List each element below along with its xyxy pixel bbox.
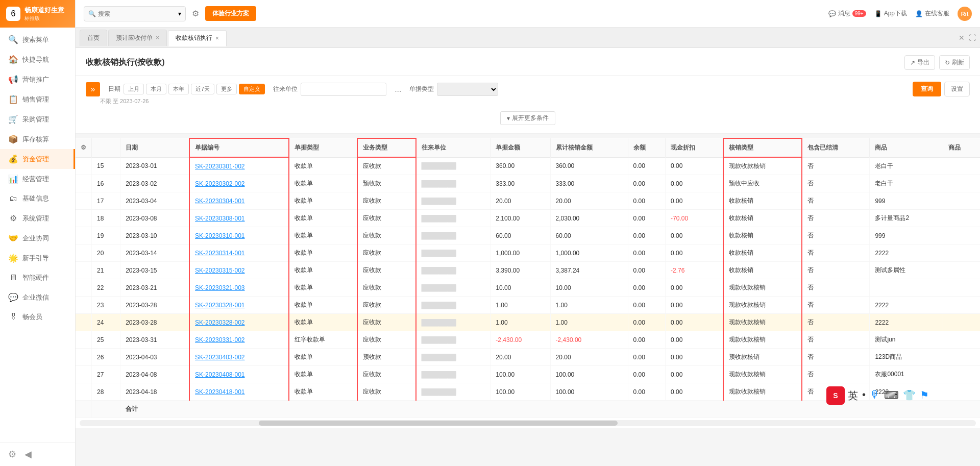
sidebar-item-hardware[interactable]: 🖥智能硬件	[0, 268, 75, 287]
row-order-no[interactable]: SK-20230314-001	[189, 244, 289, 262]
export-button[interactable]: ↗ 导出	[904, 55, 935, 70]
row-order-no[interactable]: SK-20230418-001	[189, 383, 289, 401]
row-order-no[interactable]: SK-20230321-003	[189, 279, 289, 297]
topbar-search[interactable]: 🔍 ▾	[84, 6, 186, 21]
row-order-no[interactable]: SK-20230310-001	[189, 227, 289, 244]
sidebar-item-inventory[interactable]: 📦库存核算	[0, 129, 75, 149]
sidebar-item-member[interactable]: 🎖畅会员	[0, 307, 75, 327]
sidebar-collapse-icon[interactable]: ◀	[24, 449, 32, 460]
row-balance: 0.00	[628, 297, 666, 314]
row-order-no[interactable]: SK-20230328-002	[189, 314, 289, 331]
sidebar-item-sales[interactable]: 📋销售管理	[0, 89, 75, 109]
sidebar-item-wechat[interactable]: 💬企业微信	[0, 287, 75, 307]
tab-collection-close[interactable]: ×	[215, 35, 219, 42]
filter-toggle-btn[interactable]: »	[86, 82, 100, 96]
table-row[interactable]: 23 2023-03-28 SK-20230328-001 收款单 应收款 ██…	[76, 297, 980, 314]
expand-more-btn[interactable]: ▾ 展开更多条件	[500, 111, 555, 125]
row-biz-type: 应收款	[357, 314, 415, 331]
row-seq: 28	[92, 383, 120, 401]
refresh-button[interactable]: ↻ 刷新	[939, 55, 970, 70]
row-order-no[interactable]: SK-20230315-002	[189, 262, 289, 279]
date-btn-7days[interactable]: 近7天	[191, 84, 214, 94]
row-order-no[interactable]: SK-20230328-001	[189, 297, 289, 314]
row-order-no[interactable]: SK-20230331-002	[189, 331, 289, 349]
sidebar-item-purchase[interactable]: 🛒采购管理	[0, 109, 75, 129]
sidebar-item-search[interactable]: 🔍搜索菜单	[0, 30, 75, 50]
topbar-settings-icon[interactable]: ⚙	[192, 9, 199, 18]
sidebar-settings-icon[interactable]: ⚙	[8, 449, 16, 460]
filter-settings-button[interactable]: 设置	[944, 82, 970, 96]
date-btn-custom[interactable]: 自定义	[239, 84, 265, 94]
search-input[interactable]	[98, 10, 176, 17]
table-row[interactable]: 25 2023-03-31 SK-20230331-002 红字收款单 应收款 …	[76, 331, 980, 349]
row-order-no[interactable]: SK-20230403-002	[189, 349, 289, 366]
row-verify-type: 现款收款核销	[723, 366, 802, 383]
user-avatar[interactable]: Rit	[958, 7, 972, 21]
table-row[interactable]: 17 2023-03-04 SK-20230304-001 收款单 应收款 ██…	[76, 192, 980, 210]
filter-partner-input[interactable]	[301, 83, 386, 96]
table-row[interactable]: 15 2023-03-01 SK-20230301-002 收款单 应收款 ██…	[76, 157, 980, 175]
sidebar-label-system: 系统管理	[22, 214, 49, 223]
sidebar-item-corp[interactable]: 🤝企业协同	[0, 228, 75, 248]
sidebar-item-base[interactable]: 🗂基础信息	[0, 189, 75, 208]
col-header-partner: 往来单位	[416, 138, 491, 157]
solution-button[interactable]: 体验行业方案	[205, 6, 256, 21]
row-include-settled: 否	[802, 279, 870, 297]
table-row[interactable]: 26 2023-04-03 SK-20230403-002 收款单 预收款 ██…	[76, 349, 980, 366]
row-balance: 0.00	[628, 244, 666, 262]
row-partner: ████████	[416, 331, 491, 349]
row-goods: 2222	[870, 297, 943, 314]
app-download-item[interactable]: 📱 App下载	[874, 9, 907, 18]
table-row[interactable]: 20 2023-03-14 SK-20230314-001 收款单 应收款 ██…	[76, 244, 980, 262]
row-order-no[interactable]: SK-20230408-001	[189, 366, 289, 383]
table-row[interactable]: 22 2023-03-21 SK-20230321-003 收款单 应收款 ██…	[76, 279, 980, 297]
date-btn-last-month[interactable]: 上月	[124, 84, 144, 94]
row-order-no[interactable]: SK-20230301-002	[189, 157, 289, 175]
horizontal-scrollbar[interactable]	[80, 420, 976, 426]
row-date: 2023-03-28	[120, 314, 189, 331]
scrollbar-thumb[interactable]	[259, 421, 617, 426]
tab-receivable[interactable]: 预计应收付单 ×	[108, 30, 167, 46]
query-button[interactable]: 查询	[913, 82, 941, 96]
row-order-no[interactable]: SK-20230302-002	[189, 175, 289, 192]
row-amount: 1.00	[491, 297, 550, 314]
notification-item[interactable]: 💬 消息 99+	[828, 9, 866, 18]
sidebar-item-marketing[interactable]: 📢营销推广	[0, 69, 75, 89]
row-amount: 60.00	[491, 227, 550, 244]
date-btn-this-month[interactable]: 本月	[146, 84, 166, 94]
sidebar-item-system[interactable]: ⚙系统管理	[0, 208, 75, 228]
table-row[interactable]: 27 2023-04-08 SK-20230408-001 收款单 应收款 ██…	[76, 366, 980, 383]
filter-dots[interactable]: ...	[395, 85, 401, 94]
tab-receivable-close[interactable]: ×	[156, 34, 159, 41]
online-service-item[interactable]: 👤 在线客服	[915, 9, 949, 18]
tab-collection[interactable]: 收款核销执行 ×	[168, 30, 227, 46]
sidebar-item-guide[interactable]: 🌟新手引导	[0, 248, 75, 268]
tab-home-label: 首页	[87, 34, 100, 42]
row-discount: 0.00	[666, 349, 724, 366]
row-order-no[interactable]: SK-20230308-001	[189, 210, 289, 227]
window-maximize-icon[interactable]: ⛶	[969, 34, 976, 42]
table-row[interactable]: 19 2023-03-10 SK-20230310-001 收款单 应收款 ██…	[76, 227, 980, 244]
date-btn-this-year[interactable]: 本年	[168, 84, 189, 94]
tab-home[interactable]: 首页	[80, 30, 107, 46]
row-goods2	[943, 244, 980, 262]
sidebar-item-operations[interactable]: 📊经营管理	[0, 169, 75, 189]
window-close-icon[interactable]: ✕	[959, 34, 965, 42]
row-discount: 0.00	[666, 314, 724, 331]
row-order-no[interactable]: SK-20230304-001	[189, 192, 289, 210]
sidebar-item-quicknav[interactable]: 🏠快捷导航	[0, 50, 75, 69]
watermark-overlay: S 英 • 🎙 ⌨ 👕 ⚑	[826, 386, 929, 405]
col-header-settings[interactable]: ⚙	[76, 138, 92, 157]
quicknav-icon: 🏠	[8, 55, 18, 64]
table-row[interactable]: 18 2023-03-08 SK-20230308-001 收款单 应收款 ██…	[76, 210, 980, 227]
row-settings	[76, 349, 92, 366]
table-row[interactable]: 21 2023-03-15 SK-20230315-002 收款单 应收款 ██…	[76, 262, 980, 279]
row-biz-type: 应收款	[357, 297, 415, 314]
row-date: 2023-03-10	[120, 227, 189, 244]
date-btn-more[interactable]: 更多	[216, 84, 237, 94]
table-row[interactable]: 16 2023-03-02 SK-20230302-002 收款单 预收款 ██…	[76, 175, 980, 192]
table-row[interactable]: 24 2023-03-28 SK-20230328-002 收款单 应收款 ██…	[76, 314, 980, 331]
filter-receipt-type-select[interactable]	[437, 83, 498, 96]
col-header-verify-type: 核销类型	[723, 138, 802, 157]
sidebar-item-finance[interactable]: 💰资金管理	[0, 149, 75, 169]
